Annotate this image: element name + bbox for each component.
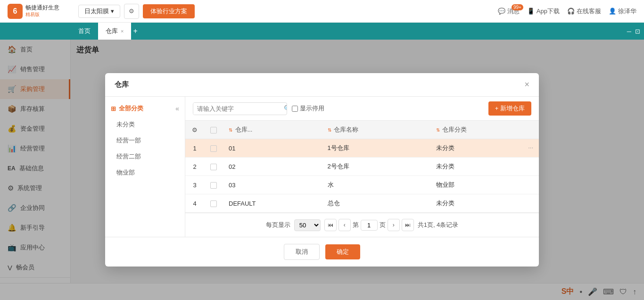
td-cat-2: 未分类 bbox=[430, 158, 539, 176]
search-input[interactable] bbox=[193, 103, 280, 115]
page-total: 共1页, 4条记录 bbox=[418, 221, 459, 229]
td-cat-3: 物业部 bbox=[430, 176, 539, 194]
category-all-header[interactable]: ⊞ 全部分类 « bbox=[105, 100, 185, 117]
logo-icon: 6 bbox=[8, 4, 23, 19]
td-num-3: 3 bbox=[185, 176, 204, 194]
table-toolbar: 🔍 显示停用 + 新增仓库 bbox=[185, 97, 539, 121]
add-warehouse-button[interactable]: + 新增仓库 bbox=[488, 101, 531, 116]
table-row[interactable]: 3 03 水 物业部 bbox=[185, 176, 539, 194]
first-page-btn[interactable]: ⏮ bbox=[324, 219, 337, 231]
show-disabled-label[interactable]: 显示停用 bbox=[292, 104, 324, 113]
gear-icon: ⚙ bbox=[129, 8, 134, 15]
table-row[interactable]: 1 01 1号仓库 未分类 ··· bbox=[185, 139, 539, 158]
td-name-3: 水 bbox=[322, 176, 430, 194]
nav-tabs: 首页 仓库 × + ─ ⊡ bbox=[0, 23, 644, 40]
message-icon: 💬 bbox=[498, 8, 505, 15]
th-name: ⇅ 仓库名称 bbox=[322, 121, 430, 139]
logo-text: 畅捷通好生意 精易版 bbox=[25, 4, 59, 18]
header-center: 日太阳膜 ▾ ⚙ 体验行业方案 bbox=[78, 4, 498, 19]
td-name-1: 1号仓库 bbox=[322, 139, 430, 158]
search-input-wrap: 🔍 bbox=[193, 102, 287, 115]
modal-overlay[interactable]: 仓库 × ⊞ 全部分类 « 未分类 经营一部 bbox=[0, 40, 644, 300]
nav-expand-icon[interactable]: ⊡ bbox=[635, 28, 640, 35]
category-panel: ⊞ 全部分类 « 未分类 经营一部 经营二部 物业部 bbox=[105, 97, 185, 237]
td-name-4: 总仓 bbox=[322, 194, 430, 213]
top-header: 6 畅捷通好生意 精易版 日太阳膜 ▾ ⚙ 体验行业方案 💬 消息 99+ 📱 … bbox=[0, 0, 644, 23]
grid-icon: ⊞ bbox=[111, 105, 116, 112]
settings-icon: ⚙ bbox=[192, 126, 198, 133]
td-check-1[interactable] bbox=[204, 139, 223, 158]
th-code: ⇅ 仓库... bbox=[223, 121, 322, 139]
page-navigation: ⏮ ‹ 第 1 页 › ⏭ bbox=[324, 219, 414, 231]
th-settings: ⚙ bbox=[185, 121, 204, 139]
page-label: 第 bbox=[353, 221, 359, 229]
td-code-4: DEFAULT bbox=[223, 194, 322, 213]
prev-page-btn[interactable]: ‹ bbox=[339, 219, 351, 231]
category-item-unclassified[interactable]: 未分类 bbox=[105, 117, 185, 133]
nav-tab-warehouse[interactable]: 仓库 × bbox=[98, 23, 131, 40]
mobile-icon: 📱 bbox=[527, 8, 535, 15]
td-num-2: 2 bbox=[185, 158, 204, 176]
table-row[interactable]: 4 DEFAULT 总仓 未分类 bbox=[185, 194, 539, 213]
industry-btn[interactable]: 体验行业方案 bbox=[143, 4, 195, 18]
page-number-input[interactable]: 1 bbox=[361, 220, 378, 231]
message-btn[interactable]: 💬 消息 99+ bbox=[498, 7, 520, 16]
td-check-4[interactable] bbox=[204, 194, 223, 213]
td-cat-4: 未分类 bbox=[430, 194, 539, 213]
last-page-btn[interactable]: ⏭ bbox=[402, 219, 414, 231]
td-check-2[interactable] bbox=[204, 158, 223, 176]
header-right: 💬 消息 99+ 📱 App下载 🎧 在线客服 👤 徐泽华 bbox=[498, 7, 636, 16]
search-button[interactable]: 🔍 bbox=[280, 105, 287, 112]
table-row[interactable]: 2 02 2号仓库 未分类 bbox=[185, 158, 539, 176]
headset-icon: 🎧 bbox=[567, 8, 575, 15]
td-name-2: 2号仓库 bbox=[322, 158, 430, 176]
page-suffix: 页 bbox=[380, 221, 386, 229]
th-category: ⇅ 仓库分类 bbox=[430, 121, 539, 139]
collapse-button[interactable]: « bbox=[175, 105, 179, 112]
warehouse-table: ⚙ ⇅ 仓库... ⇅ bbox=[185, 121, 539, 213]
th-checkbox bbox=[204, 121, 223, 139]
nav-minimize-icon[interactable]: ─ bbox=[627, 28, 631, 35]
category-item-ops1[interactable]: 经营一部 bbox=[105, 133, 185, 149]
chevron-down-icon: ▾ bbox=[111, 8, 114, 15]
table-panel: 🔍 显示停用 + 新增仓库 ⚙ bbox=[185, 97, 539, 237]
online-service-btn[interactable]: 🎧 在线客服 bbox=[567, 7, 601, 16]
next-page-btn[interactable]: › bbox=[388, 219, 400, 231]
td-dots-1: 1 bbox=[185, 139, 204, 158]
modal-title: 仓库 bbox=[115, 80, 129, 89]
td-code-1: 01 bbox=[223, 139, 322, 158]
pagination: 每页显示 50 20 100 ⏮ ‹ 第 1 页 › bbox=[185, 213, 539, 237]
logo-area: 6 畅捷通好生意 精易版 bbox=[8, 4, 78, 19]
page-size-select[interactable]: 50 20 100 bbox=[294, 219, 321, 231]
show-disabled-checkbox[interactable] bbox=[292, 106, 298, 112]
user-icon: 👤 bbox=[609, 8, 616, 15]
category-item-ops2[interactable]: 经营二部 bbox=[105, 149, 185, 165]
category-all: ⊞ 全部分类 bbox=[111, 104, 143, 113]
td-num-4: 4 bbox=[185, 194, 204, 213]
modal-header: 仓库 × bbox=[105, 73, 539, 97]
modal-body: ⊞ 全部分类 « 未分类 经营一部 经营二部 物业部 bbox=[105, 97, 539, 237]
table-wrap: ⚙ ⇅ 仓库... ⇅ bbox=[185, 121, 539, 213]
store-selector[interactable]: 日太阳膜 ▾ bbox=[78, 5, 120, 18]
page-size-selector: 50 20 100 bbox=[294, 219, 321, 231]
row-dots-1[interactable]: ··· bbox=[528, 144, 533, 151]
modal-close-button[interactable]: × bbox=[524, 80, 529, 90]
app-download-btn[interactable]: 📱 App下载 bbox=[527, 7, 560, 16]
td-check-3[interactable] bbox=[204, 176, 223, 194]
user-menu[interactable]: 👤 徐泽华 bbox=[609, 7, 636, 16]
gear-button[interactable]: ⚙ bbox=[124, 4, 139, 19]
category-item-property[interactable]: 物业部 bbox=[105, 165, 185, 181]
modal-footer: 取消 确定 bbox=[105, 237, 539, 267]
td-cat-1: 未分类 ··· bbox=[430, 139, 539, 158]
per-page-label: 每页显示 bbox=[266, 221, 290, 229]
close-icon[interactable]: × bbox=[121, 28, 124, 34]
warehouse-modal: 仓库 × ⊞ 全部分类 « 未分类 经营一部 bbox=[105, 73, 539, 267]
td-code-3: 03 bbox=[223, 176, 322, 194]
td-code-2: 02 bbox=[223, 158, 322, 176]
nav-add-icon[interactable]: + bbox=[133, 27, 137, 35]
confirm-button[interactable]: 确定 bbox=[325, 244, 360, 259]
cancel-button[interactable]: 取消 bbox=[284, 244, 320, 260]
header-checkbox[interactable] bbox=[210, 127, 217, 133]
nav-tab-home[interactable]: 首页 bbox=[71, 23, 98, 40]
table-header-row: ⚙ ⇅ 仓库... ⇅ bbox=[185, 121, 539, 139]
